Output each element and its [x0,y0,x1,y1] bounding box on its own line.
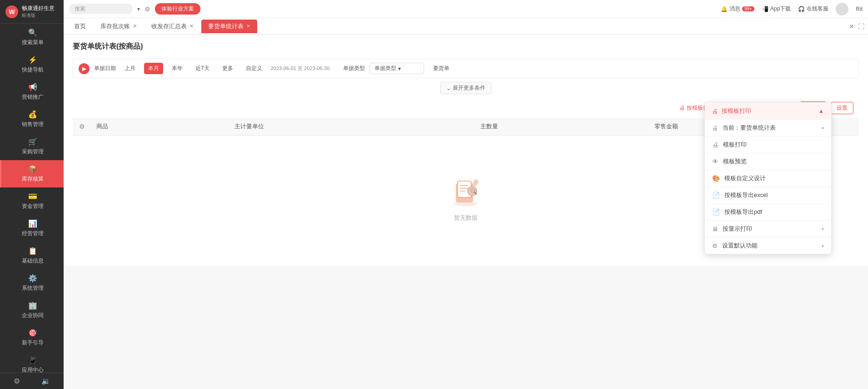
type-select[interactable]: 单据类型 ▾ [369,63,424,74]
trial-button[interactable]: 体验行业方案 [155,3,200,15]
dropdown-display-print[interactable]: 🖥 按显示打印 ▾ [705,221,831,237]
search-box[interactable]: 搜索 [69,4,133,14]
topbar: 搜索 ▾ ⚙ 体验行业方案 🔔 消息 99+ 📲 App下载 🎧 在线客服 Ri… [64,0,868,18]
online-service-label: 在线客服 [807,5,828,13]
sidebar-label-inventory: 库存核算 [22,175,44,183]
expand-conditions-btn[interactable]: ⌄ 展开更多条件 [440,82,491,94]
app-download-button[interactable]: 📲 App下载 [762,5,791,13]
default-func-chevron: ▾ [822,243,824,248]
logo-text: 畅康通好生意 标准版 [22,5,55,19]
dropdown-item-template-print[interactable]: 🖨 模板打印 [705,136,831,153]
sidebar-label-basics: 基础信息 [22,257,44,265]
notification-label: 消息 [729,5,740,13]
tab-home-label: 首页 [74,22,86,30]
tab-inventory-batch-close[interactable]: ✕ [133,23,137,29]
topbar-gear-icon[interactable]: ⚙ [145,5,150,13]
filter-toggle-btn[interactable]: ▶ [79,63,90,74]
tab-receipt-summary-close[interactable]: ✕ [190,23,194,29]
tab-receipt-summary[interactable]: 收发存汇总表 ✕ [145,20,200,33]
print-icon: 🖨 [679,105,685,111]
empty-label: 暂无数据 [454,214,478,222]
dropdown-item-template-preview[interactable]: 👁 模板预览 [705,153,831,170]
svg-text:🔍: 🔍 [470,188,477,195]
close-window-icon[interactable]: ✕ [849,23,854,30]
type-select-chevron: ▾ [398,66,401,72]
template-preview-label: 模板预览 [723,157,747,166]
dropdown-item-export-excel[interactable]: 📄 按模板导出excel [705,187,831,204]
dropdown-default-func[interactable]: ⚙ 设置默认功能 ▾ [705,237,831,254]
template-print-icon: 🖨 [712,141,718,148]
date-btn-more[interactable]: 更多 [218,63,237,74]
current-template-chevron: ▾ [822,126,824,131]
tab-receipt-summary-label: 收发存汇总表 [151,22,187,30]
flash-icon: ⚡ [28,56,37,64]
tab-home[interactable]: 首页 [67,20,93,33]
sidebar-item-inventory[interactable]: 📦 库存核算 [0,160,64,187]
page-title: 要货单统计表(按商品) [73,42,859,51]
template-print-label: 模板打印 [723,141,747,149]
sidebar-label-enterprise: 企业协同 [22,312,44,319]
dropdown-item-export-pdf[interactable]: 📄 按模板导出pdf [705,204,831,221]
dropdown-current-template[interactable]: 🖨 当前：要货单统计表 ▾ [705,120,831,136]
sidebar-item-purchase[interactable]: 🛒 采购管理 [0,133,64,160]
topbar-right: 🔔 消息 99+ 📲 App下载 🎧 在线客服 Rit [721,3,863,15]
expand-label: 展开更多条件 [453,84,485,92]
sidebar-item-guide[interactable]: 🎯 新手引导 [0,324,64,351]
tab-order-stats[interactable]: 要货单统计表 ✕ [201,20,257,33]
sidebar-item-search[interactable]: 🔍 搜索菜单 [0,24,64,51]
export-excel-icon: 📄 [712,192,720,199]
sidebar: W 畅康通好生意 标准版 🔍 搜索菜单 ⚡ 快捷导航 📢 营销推广 💰 销售管理… [0,0,64,389]
sidebar-item-apps[interactable]: 📱 应用中心 [0,351,64,373]
sidebar-label-sales: 销售管理 [22,121,44,128]
dropdown-header[interactable]: 🖨 按模板打印 ▲ [705,102,831,120]
tab-order-stats-close[interactable]: ✕ [246,23,250,29]
filter-bar: ▶ 单据日期 上月 本月 本年 近7天 更多 自定义 2023-06-01 至 … [73,59,859,78]
date-btn-year[interactable]: 本年 [168,63,187,74]
maximize-icon[interactable]: ⛶ [858,23,864,30]
sidebar-item-enterprise[interactable]: 🏢 企业协同 [0,297,64,324]
sidebar-bottom: ⚙ 🔉 [0,373,64,389]
current-template-label: 当前：要货单统计表 [723,124,776,132]
page-body: 要货单统计表(按商品) ▶ 单据日期 上月 本月 本年 近7天 更多 自定义 2… [64,35,868,389]
sidebar-label-operations: 经营管理 [22,230,44,237]
settings-icon[interactable]: ⚙ [14,377,20,385]
sidebar-item-sales[interactable]: 💰 销售管理 [0,106,64,133]
sidebar-item-basics[interactable]: 📋 基础信息 [0,242,64,269]
date-btn-curr[interactable]: 本月 [144,63,163,74]
notification-button[interactable]: 🔔 消息 99+ [721,5,754,13]
user-avatar[interactable] [836,3,848,15]
tab-inventory-batch[interactable]: 库存批次账 ✕ [94,20,144,33]
date-btn-prev[interactable]: 上月 [120,63,140,74]
sidebar-item-marketing[interactable]: 📢 营销推广 [0,78,64,106]
type-select-value: 单据类型 [374,65,396,72]
headset-icon: 🎧 [798,6,805,12]
app-logo: W 畅康通好生意 标准版 [0,0,64,24]
settings-btn[interactable]: 设置 [831,102,853,114]
export-excel-label: 按模板导出excel [724,191,768,199]
dropdown-item-template-design[interactable]: 🎨 模板自定义设计 [705,170,831,187]
sidebar-item-quicknav[interactable]: ⚡ 快捷导航 [0,51,64,78]
topbar-dropdown[interactable]: ▾ [137,6,140,12]
dropdown-title-label: 按模板打印 [722,107,751,115]
date-btn-7days[interactable]: 近7天 [191,63,214,74]
sidebar-item-system[interactable]: ⚙️ 系统管理 [0,269,64,297]
main-area: 搜索 ▾ ⚙ 体验行业方案 🔔 消息 99+ 📲 App下载 🎧 在线客服 Ri… [64,0,868,389]
sidebar-item-finance[interactable]: 💳 资金管理 [0,187,64,215]
date-btn-custom[interactable]: 自定义 [242,63,266,74]
sound-icon[interactable]: 🔉 [41,377,50,385]
display-print-chevron: ▾ [822,227,824,232]
sidebar-nav: 🔍 搜索菜单 ⚡ 快捷导航 📢 营销推广 💰 销售管理 🛒 采购管理 📦 库存核… [0,24,64,373]
date-filter-label: 单据日期 [94,65,116,72]
dropdown-collapse-icon[interactable]: ▲ [818,108,824,114]
target-icon: 🎯 [28,328,37,337]
cart-icon: 🛒 [28,137,37,146]
sidebar-label-search: 搜索菜单 [22,39,44,46]
sidebar-item-operations[interactable]: 📊 经营管理 [0,215,64,242]
sidebar-label-apps: 应用中心 [22,366,44,373]
sidebar-label-marketing: 营销推广 [22,93,44,101]
online-service-button[interactable]: 🎧 在线客服 [798,5,828,13]
default-func-icon: ⚙ [712,242,718,249]
print-header-icon: 🖨 [712,108,718,115]
table-gear-icon[interactable]: ⚙ [79,123,85,130]
money-icon: 💰 [28,110,37,119]
